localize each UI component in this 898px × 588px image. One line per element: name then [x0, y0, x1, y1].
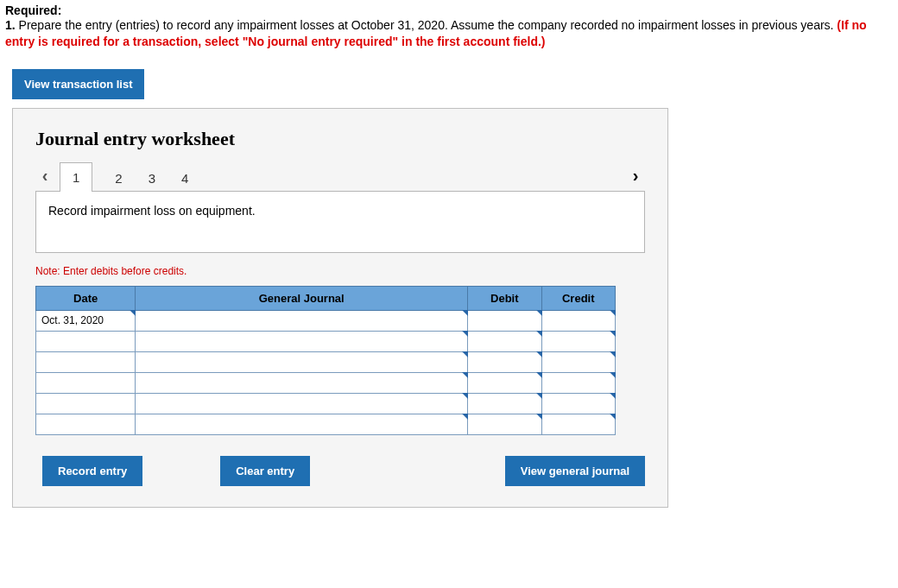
col-header-general-journal: General Journal — [136, 286, 468, 310]
credit-cell[interactable] — [541, 372, 616, 393]
debit-cell[interactable] — [468, 393, 541, 414]
gj-cell[interactable] — [136, 351, 468, 372]
record-entry-button[interactable]: Record entry — [42, 456, 142, 486]
tab-4[interactable]: 4 — [178, 166, 192, 191]
credit-cell[interactable] — [541, 351, 616, 372]
gj-cell[interactable] — [136, 414, 468, 434]
required-header: Required: — [5, 3, 893, 17]
date-cell[interactable] — [36, 351, 136, 372]
instruction-text: 1. Prepare the entry (entries) to record… — [5, 17, 893, 50]
item-number: 1. — [5, 18, 16, 32]
tab-2[interactable]: 2 — [111, 166, 125, 191]
instruction-plain: Prepare the entry (entries) to record an… — [16, 18, 838, 32]
debit-cell[interactable] — [468, 351, 541, 372]
debit-cell[interactable] — [468, 372, 541, 393]
date-cell[interactable] — [36, 372, 136, 393]
col-header-debit: Debit — [468, 286, 541, 310]
gj-cell[interactable] — [136, 393, 468, 414]
tabs-container: 1 2 3 4 — [60, 161, 192, 191]
table-row — [36, 372, 616, 393]
gj-cell[interactable] — [136, 310, 468, 331]
credit-cell[interactable] — [541, 331, 616, 351]
prev-arrow-icon[interactable]: ‹ — [35, 166, 54, 186]
gj-cell[interactable] — [136, 372, 468, 393]
transaction-description: Record impairment loss on equipment. — [35, 191, 645, 253]
debit-cell[interactable] — [468, 310, 541, 331]
gj-cell[interactable] — [136, 331, 468, 351]
tab-3[interactable]: 3 — [145, 166, 159, 191]
debit-cell[interactable] — [468, 331, 541, 351]
date-cell[interactable] — [36, 414, 136, 434]
next-arrow-icon[interactable]: › — [626, 166, 645, 186]
tab-1[interactable]: 1 — [60, 162, 92, 192]
spacer — [310, 456, 505, 486]
journal-entry-table: Date General Journal Debit Credit Oct. 3… — [35, 286, 616, 435]
view-general-journal-button[interactable]: View general journal — [505, 456, 645, 486]
action-row: Record entry Clear entry View general jo… — [35, 456, 645, 486]
view-transaction-list-button[interactable]: View transaction list — [12, 69, 144, 99]
table-row: Oct. 31, 2020 — [36, 310, 616, 331]
required-label: Required: — [5, 3, 61, 17]
date-cell[interactable]: Oct. 31, 2020 — [36, 310, 136, 331]
note-text: Note: Enter debits before credits. — [35, 265, 645, 277]
worksheet-panel: Journal entry worksheet ‹ 1 2 3 4 › Reco… — [12, 108, 668, 508]
tab-row: ‹ 1 2 3 4 › — [35, 161, 645, 192]
debit-cell[interactable] — [468, 414, 541, 434]
credit-cell[interactable] — [541, 310, 616, 331]
col-header-date: Date — [36, 286, 136, 310]
credit-cell[interactable] — [541, 414, 616, 434]
date-cell[interactable] — [36, 331, 136, 351]
date-cell[interactable] — [36, 393, 136, 414]
table-row — [36, 331, 616, 351]
credit-cell[interactable] — [541, 393, 616, 414]
worksheet-title: Journal entry worksheet — [35, 128, 645, 150]
table-row — [36, 351, 616, 372]
table-row — [36, 393, 616, 414]
table-row — [36, 414, 616, 434]
clear-entry-button[interactable]: Clear entry — [220, 456, 310, 486]
col-header-credit: Credit — [541, 286, 616, 310]
